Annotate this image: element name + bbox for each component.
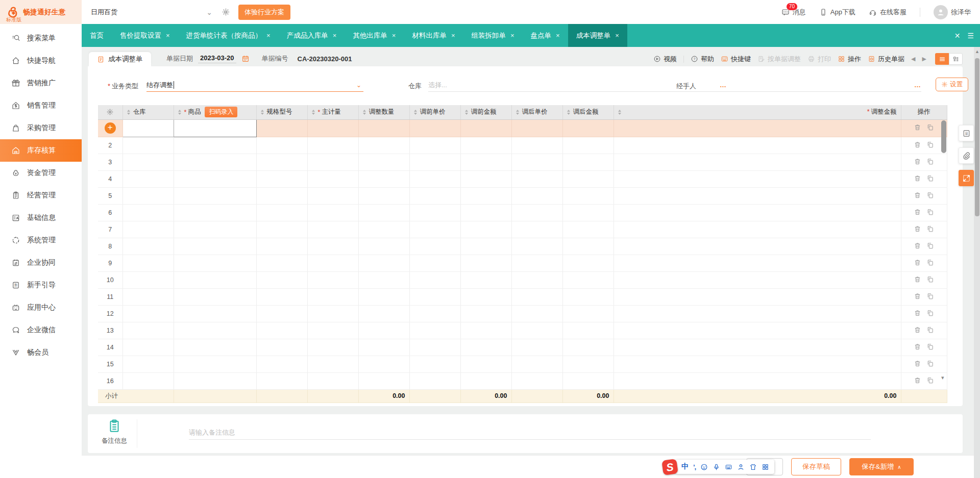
row-delete-icon[interactable] (914, 242, 921, 249)
row-delete-icon[interactable] (914, 326, 921, 334)
page-scrollbar[interactable]: ▲ (974, 47, 980, 478)
sort-icon[interactable] (363, 110, 366, 115)
sort-icon[interactable] (414, 110, 417, 115)
entry-row[interactable]: 2 (98, 137, 947, 154)
biz-type-select[interactable]: 结存调整 ⌄ (146, 79, 363, 92)
entry-row[interactable]: 4 (98, 170, 947, 187)
header-adjust_qty[interactable]: 调整数量 (358, 105, 409, 119)
tab-1[interactable]: 售价提取设置 × (112, 24, 178, 47)
header-product[interactable]: *商品扫码录入 (174, 105, 256, 119)
row-delete-icon[interactable] (914, 309, 921, 317)
grid-view-button[interactable] (949, 53, 963, 65)
sort-icon[interactable] (312, 110, 315, 115)
sort-icon[interactable] (127, 110, 130, 115)
row-copy-icon[interactable] (926, 141, 934, 148)
ime-emoji-icon[interactable] (700, 463, 708, 471)
grid-settings-button[interactable]: 设置 (936, 78, 968, 91)
ime-lang-button[interactable]: 中 (681, 462, 689, 471)
draft-list-button[interactable]: 草 (959, 125, 974, 141)
row-delete-icon[interactable] (914, 292, 921, 300)
row-delete-icon[interactable] (914, 275, 921, 283)
scan-input-button[interactable]: 扫码录入 (205, 107, 237, 117)
sidebar-item-collab[interactable]: 企业协同 (0, 251, 82, 274)
row-copy-icon[interactable] (926, 225, 934, 233)
page-scrollbar-thumb[interactable] (975, 58, 979, 216)
sidebar-item-money[interactable]: 资金管理 (0, 162, 82, 184)
next-doc-icon[interactable]: ▶ (922, 56, 926, 62)
header-spec[interactable]: 规格型号 (256, 105, 307, 119)
sidebar-item-system[interactable]: 系统管理 (0, 229, 82, 251)
sidebar-item-gift[interactable]: 营销推广 (0, 72, 82, 94)
messages-button[interactable]: 70 消息 (781, 8, 806, 17)
sort-icon[interactable] (261, 110, 264, 115)
header-price_before[interactable]: 调前单价 (409, 105, 460, 119)
header-unit[interactable]: *主计量 (307, 105, 358, 119)
row-copy-icon[interactable] (926, 208, 934, 216)
save-draft-button[interactable]: 保存草稿 (791, 458, 841, 475)
tool-grid88[interactable]: 操作 (838, 55, 861, 64)
column-settings-header[interactable] (98, 105, 122, 119)
expand-fullscreen-button[interactable] (959, 170, 974, 186)
row-copy-icon[interactable] (926, 174, 934, 182)
scroll-up-icon[interactable]: ▲ (975, 49, 979, 54)
warehouse-cell-input[interactable] (122, 119, 174, 137)
row-copy-icon[interactable] (926, 259, 934, 266)
row-copy-icon[interactable] (926, 376, 934, 384)
entry-row[interactable]: 16 (98, 372, 947, 389)
ime-punctuation-button[interactable]: ’, (693, 463, 696, 471)
sidebar-item-wechat[interactable]: 企业微信 (0, 319, 82, 341)
row-delete-icon[interactable] (914, 174, 921, 182)
row-delete-icon[interactable] (914, 259, 921, 266)
product-cell-input[interactable] (174, 119, 256, 137)
entry-row[interactable]: 7 (98, 221, 947, 238)
sidebar-item-appcenter[interactable]: 应用中心 (0, 296, 82, 319)
row-copy-icon[interactable] (926, 309, 934, 317)
header-price_after[interactable]: 调后单价 (511, 105, 562, 119)
entry-row[interactable]: 3 (98, 154, 947, 170)
tab-0[interactable]: 首页 (82, 24, 112, 47)
tab-5[interactable]: 材料出库单 × (404, 24, 463, 47)
entry-row[interactable]: 8 (98, 238, 947, 255)
attachment-paperclip-button[interactable] (959, 147, 974, 164)
sort-icon[interactable] (618, 110, 621, 115)
entry-row[interactable]: 14 (98, 339, 947, 356)
calendar-icon[interactable] (241, 55, 250, 63)
row-copy-icon[interactable] (926, 123, 934, 131)
entry-row[interactable]: 6 (98, 204, 947, 221)
entry-row[interactable]: 12 (98, 305, 947, 322)
sort-icon[interactable] (516, 110, 519, 115)
tool-history[interactable]: 历史单据 (868, 55, 904, 64)
sidebar-item-member[interactable]: 畅会员 (0, 341, 82, 364)
org-settings-gear-icon[interactable] (222, 8, 230, 16)
tool-play[interactable]: 视频 (653, 55, 677, 64)
tab-list-icon[interactable]: ☰ (967, 32, 974, 40)
entry-row[interactable]: 9 (98, 255, 947, 271)
sidebar-item-guide[interactable]: 新 新手引导 (0, 274, 82, 296)
tool-hotkey[interactable]: 快捷键 (721, 55, 751, 64)
tab-close-icon[interactable]: × (166, 32, 170, 39)
row-copy-icon[interactable] (926, 292, 934, 300)
sort-icon[interactable] (178, 110, 181, 115)
sidebar-item-clipboard[interactable]: 经营管理 (0, 184, 82, 207)
ime-mic-icon[interactable] (713, 463, 720, 471)
entry-row[interactable]: 15 (98, 356, 947, 372)
row-delete-icon[interactable] (914, 376, 921, 384)
grid-scrollbar-thumb[interactable] (941, 120, 946, 153)
header-warehouse[interactable]: 仓库 (122, 105, 174, 119)
header-amount_before[interactable]: 调前金额 (460, 105, 511, 119)
tab-close-icon[interactable]: × (615, 32, 619, 39)
row-copy-icon[interactable] (926, 242, 934, 249)
sidebar-item-bag[interactable]: 采购管理 (0, 117, 82, 139)
app-download-button[interactable]: App下载 (819, 8, 855, 17)
sort-icon[interactable] (567, 110, 570, 115)
row-delete-icon[interactable] (914, 141, 921, 148)
row-copy-icon[interactable] (926, 158, 934, 165)
tab-3[interactable]: 产成品入库单 × (279, 24, 345, 47)
ime-keyboard-icon[interactable] (725, 463, 732, 471)
tab-6[interactable]: 组装拆卸单 × (463, 24, 522, 47)
tab-close-icon[interactable]: × (556, 32, 560, 39)
remark-input[interactable]: 请输入备注信息 (189, 425, 871, 440)
row-copy-icon[interactable] (926, 326, 934, 334)
prev-doc-icon[interactable]: ◀ (911, 56, 915, 62)
tab-close-icon[interactable]: × (510, 32, 514, 39)
